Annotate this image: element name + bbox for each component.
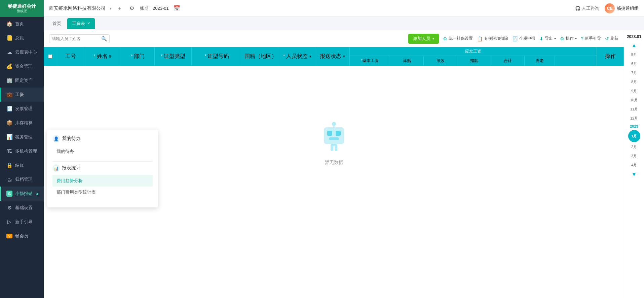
settings-button[interactable]: ⚙ bbox=[128, 4, 136, 12]
empty-state: 暂无数据 bbox=[44, 66, 624, 221]
support-label: 人工咨询 bbox=[582, 5, 599, 11]
add-person-button[interactable]: 添加人员 ▾ bbox=[408, 34, 439, 44]
guide-icon: ▷ bbox=[6, 219, 12, 225]
timeline-6[interactable]: 6月 bbox=[626, 60, 643, 68]
company-name: 西安虾米网络科技有限公司 bbox=[49, 5, 106, 11]
svg-rect-4 bbox=[331, 144, 333, 151]
svg-point-7 bbox=[332, 122, 336, 126]
timeline-11[interactable]: 11月 bbox=[626, 105, 643, 113]
calendar-icon[interactable]: 📅 bbox=[173, 4, 181, 12]
special-deduction-action[interactable]: 📋 专项附加扣除 bbox=[477, 36, 508, 41]
social-security-action[interactable]: ⚙ 统一社保设置 bbox=[443, 36, 473, 41]
tab-close-icon[interactable]: ✕ bbox=[87, 21, 90, 26]
sidebar-item-label: 总账 bbox=[15, 35, 24, 41]
sidebar-item-label: 资金管理 bbox=[15, 63, 33, 69]
sidebar-item-archive[interactable]: 🗂 归档管理 bbox=[0, 172, 44, 187]
th-salary-group: 应发工资 *基本工资 津贴 绩效 bbox=[350, 47, 597, 66]
timeline-10[interactable]: 10月 bbox=[626, 96, 643, 104]
sidebar-item-label: 新手引导 bbox=[15, 219, 33, 225]
special-deduction-icon: 📋 bbox=[477, 36, 483, 41]
sidebar-item-label: 小畅报销 bbox=[15, 191, 33, 197]
sidebar-item-label: 结账 bbox=[15, 162, 24, 168]
xiaochang-icon: G bbox=[6, 191, 12, 197]
guide-action[interactable]: ? 新手引导 bbox=[581, 36, 601, 41]
sidebar-item-inventory[interactable]: 📦 库存核算 bbox=[0, 116, 44, 130]
sidebar-item-closing[interactable]: 🔒 结账 bbox=[0, 158, 44, 172]
content-area: 🔍 添加人员 ▾ ⚙ 统一社保设置 📋 专项附加扣除 bbox=[44, 30, 644, 298]
sidebar-item-fixed-assets[interactable]: 🏢 固定资产 bbox=[0, 73, 44, 88]
th-salary-subheaders: *基本工资 津贴 绩效 扣款 bbox=[350, 56, 597, 66]
timeline-4[interactable]: 4月 bbox=[626, 161, 643, 169]
sidebar-item-label: 发票管理 bbox=[15, 106, 33, 112]
multi-org-icon: 🏗 bbox=[6, 148, 12, 154]
tax-report-action[interactable]: 🧾 个税申报 bbox=[512, 36, 535, 41]
timeline-7[interactable]: 7月 bbox=[626, 69, 643, 77]
timeline-9[interactable]: 9月 bbox=[626, 87, 643, 95]
tax-report-icon: 🧾 bbox=[512, 36, 518, 41]
refresh-icon: ↺ bbox=[605, 36, 609, 41]
timeline-up-button[interactable]: ▲ bbox=[630, 41, 638, 50]
tab-home-label: 首页 bbox=[52, 21, 61, 27]
table-header-row1: 工号 * 姓名 ⇅ * 部门 * 证型类型 bbox=[44, 47, 624, 66]
sidebar-item-label: 库存核算 bbox=[15, 120, 33, 126]
sidebar-item-salary[interactable]: 💼 工资 bbox=[0, 88, 44, 102]
sidebar-item-label: 固定资产 bbox=[15, 77, 33, 84]
refresh-action[interactable]: ↺ 刷新 bbox=[605, 36, 618, 41]
guide-label: 新手引导 bbox=[585, 36, 601, 41]
timeline-1-active[interactable]: 1月 bbox=[628, 130, 640, 142]
sidebar-item-fund[interactable]: 💰 资金管理 bbox=[0, 59, 44, 73]
report-status-filter-icon[interactable]: ▼ bbox=[342, 55, 346, 58]
search-input[interactable] bbox=[52, 36, 99, 41]
fixed-assets-icon: 🏢 bbox=[6, 77, 12, 84]
sidebar-item-member[interactable]: V 畅会员 bbox=[0, 229, 44, 243]
timeline-3[interactable]: 3月 bbox=[626, 152, 643, 160]
operation-label: 操作 bbox=[566, 36, 574, 41]
cloud-icon: ☁ bbox=[6, 49, 12, 55]
operation-icon: ⚙ bbox=[560, 36, 564, 41]
export-action[interactable]: ⬇ 导出 ▾ bbox=[539, 36, 556, 41]
sidebar-item-invoice[interactable]: 🧾 发票管理 bbox=[0, 102, 44, 116]
sidebar-item-xiaochang[interactable]: G 小畅报销 ◀ bbox=[0, 187, 44, 201]
refresh-label: 刷新 bbox=[610, 36, 618, 41]
th-cert-no: * 证型号码 bbox=[192, 47, 242, 66]
table-toolbar: 🔍 添加人员 ▾ ⚙ 统一社保设置 📋 专项附加扣除 bbox=[44, 30, 624, 47]
sidebar-item-tax[interactable]: 📊 税务管理 bbox=[0, 130, 44, 144]
sidebar-item-basic[interactable]: ⚙ 基础设置 bbox=[0, 201, 44, 215]
app-title: 畅捷通好会计 bbox=[8, 3, 36, 9]
user-name: 畅捷通组组 bbox=[617, 5, 639, 11]
search-wrap: 🔍 bbox=[49, 34, 110, 43]
home-icon: 🏠 bbox=[6, 21, 12, 27]
sidebar-item-ledger[interactable]: 📒 总账 bbox=[0, 31, 44, 45]
user-menu[interactable]: CE 畅捷通组组 bbox=[605, 3, 639, 13]
select-all-checkbox[interactable] bbox=[48, 54, 52, 59]
operation-action[interactable]: ⚙ 操作 ▾ bbox=[560, 36, 577, 41]
sidebar-item-cloud-report[interactable]: ☁ 云报表中心 bbox=[0, 45, 44, 59]
timeline-8[interactable]: 8月 bbox=[626, 78, 643, 86]
year-label-right: 2023.01 bbox=[626, 33, 643, 40]
name-sort-icon[interactable]: ⇅ bbox=[109, 55, 111, 58]
fund-icon: 💰 bbox=[6, 63, 12, 69]
tab-home[interactable]: 首页 bbox=[48, 18, 66, 29]
table-container: 🔍 添加人员 ▾ ⚙ 统一社保设置 📋 专项附加扣除 bbox=[44, 30, 624, 298]
th-cert-type: * 证型类型 bbox=[155, 47, 192, 66]
operation-dropdown-icon: ▾ bbox=[575, 37, 577, 40]
app-logo[interactable]: 畅捷通好会计 旗舰版 bbox=[0, 0, 44, 17]
timeline-12[interactable]: 12月 bbox=[626, 114, 643, 123]
sidebar-item-label: 首页 bbox=[15, 21, 24, 27]
social-security-label: 统一社保设置 bbox=[449, 36, 473, 41]
sidebar-item-guide[interactable]: ▷ 新手引导 bbox=[0, 215, 44, 229]
company-dropdown-icon[interactable]: ▾ bbox=[110, 6, 112, 11]
topbar: 西安虾米网络科技有限公司 ▾ + ⚙ 账期 2023-01 📅 🎧 人工咨询 C… bbox=[44, 0, 644, 17]
person-status-filter-icon[interactable]: ▼ bbox=[309, 55, 312, 58]
timeline-2[interactable]: 2月 bbox=[626, 143, 643, 151]
main-area: 西安虾米网络科技有限公司 ▾ + ⚙ 账期 2023-01 📅 🎧 人工咨询 C… bbox=[44, 0, 644, 298]
sidebar-item-multi-org[interactable]: 🏗 多机构管理 bbox=[0, 144, 44, 158]
add-company-button[interactable]: + bbox=[116, 4, 124, 12]
headset-icon: 🎧 bbox=[575, 6, 580, 11]
timeline-5[interactable]: 5月 bbox=[626, 51, 643, 59]
tab-salary-table[interactable]: 工资表 ✕ bbox=[67, 18, 95, 29]
support-button[interactable]: 🎧 人工咨询 bbox=[575, 5, 599, 11]
th-no: 工号 bbox=[57, 47, 84, 66]
sidebar-item-home[interactable]: 🏠 首页 bbox=[0, 17, 44, 31]
timeline-down-button[interactable]: ▼ bbox=[630, 170, 638, 179]
